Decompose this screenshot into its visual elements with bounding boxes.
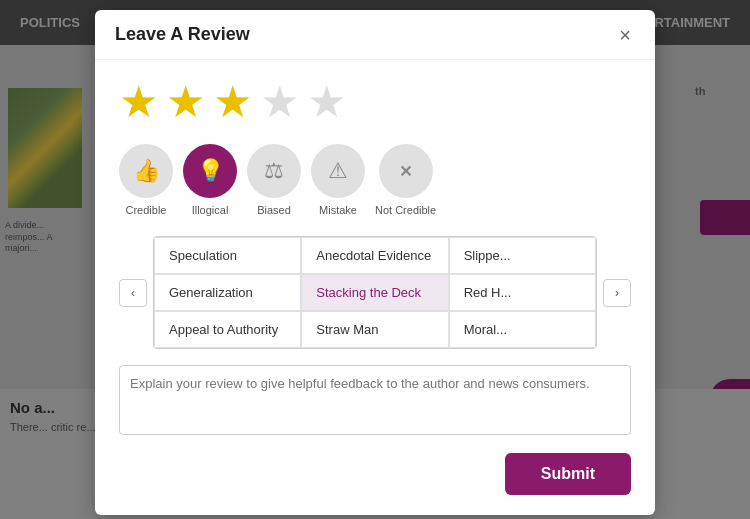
rating-biased[interactable]: ⚖ Biased xyxy=(247,144,301,216)
tag-slippery[interactable]: Slippe... xyxy=(449,237,596,274)
review-modal: Leave A Review × ★ ★ ★ ★ ★ 👍 Credible 💡 xyxy=(95,10,655,515)
submit-row: Submit xyxy=(119,453,631,495)
modal-header: Leave A Review × xyxy=(95,10,655,60)
tags-next-button[interactable]: › xyxy=(603,279,631,307)
star-2[interactable]: ★ xyxy=(166,80,205,124)
tag-moral[interactable]: Moral... xyxy=(449,311,596,348)
tags-grid: Speculation Anecdotal Evidence Slippe...… xyxy=(154,237,596,348)
rating-credible[interactable]: 👍 Credible xyxy=(119,144,173,216)
tag-speculation[interactable]: Speculation xyxy=(154,237,301,274)
biased-label: Biased xyxy=(257,204,291,216)
mistake-label: Mistake xyxy=(319,204,357,216)
tag-red-herring[interactable]: Red H... xyxy=(449,274,596,311)
modal-body: ★ ★ ★ ★ ★ 👍 Credible 💡 Illogical ⚖ Bias xyxy=(95,60,655,515)
illogical-label: Illogical xyxy=(192,204,229,216)
star-1[interactable]: ★ xyxy=(119,80,158,124)
modal-overlay: Leave A Review × ★ ★ ★ ★ ★ 👍 Credible 💡 xyxy=(0,0,750,519)
tags-container: ‹ Speculation Anecdotal Evidence Slippe.… xyxy=(119,236,631,349)
credible-icon: 👍 xyxy=(119,144,173,198)
tag-anecdotal[interactable]: Anecdotal Evidence xyxy=(301,237,448,274)
rating-mistake[interactable]: ⚠ Mistake xyxy=(311,144,365,216)
mistake-icon: ⚠ xyxy=(311,144,365,198)
illogical-icon: 💡 xyxy=(183,144,237,198)
rating-illogical[interactable]: 💡 Illogical xyxy=(183,144,237,216)
review-textarea[interactable] xyxy=(119,365,631,435)
not-credible-icon: ✕ xyxy=(379,144,433,198)
star-4[interactable]: ★ xyxy=(260,80,299,124)
star-5[interactable]: ★ xyxy=(307,80,346,124)
credible-label: Credible xyxy=(126,204,167,216)
submit-button[interactable]: Submit xyxy=(505,453,631,495)
close-button[interactable]: × xyxy=(615,25,635,45)
tags-grid-wrapper: Speculation Anecdotal Evidence Slippe...… xyxy=(153,236,597,349)
tag-generalization[interactable]: Generalization xyxy=(154,274,301,311)
star-3[interactable]: ★ xyxy=(213,80,252,124)
rating-not-credible[interactable]: ✕ Not Credible xyxy=(375,144,436,216)
not-credible-label: Not Credible xyxy=(375,204,436,216)
tag-straw-man[interactable]: Straw Man xyxy=(301,311,448,348)
tag-stacking[interactable]: Stacking the Deck xyxy=(301,274,448,311)
stars-row: ★ ★ ★ ★ ★ xyxy=(119,80,631,124)
biased-icon: ⚖ xyxy=(247,144,301,198)
modal-title: Leave A Review xyxy=(115,24,250,45)
tags-prev-button[interactable]: ‹ xyxy=(119,279,147,307)
tag-appeal[interactable]: Appeal to Authority xyxy=(154,311,301,348)
icons-row: 👍 Credible 💡 Illogical ⚖ Biased ⚠ Mistak… xyxy=(119,144,631,216)
